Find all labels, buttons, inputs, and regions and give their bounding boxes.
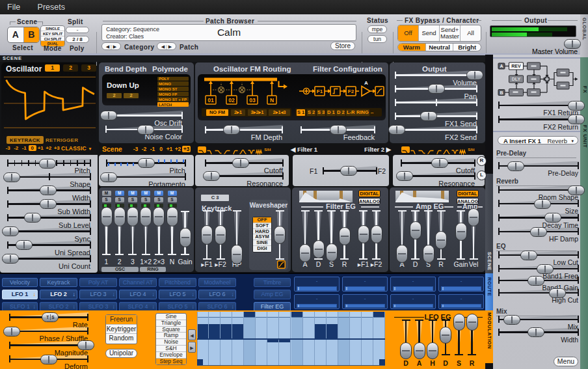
filter-config-s-2[interactable]: S 2 <box>307 109 315 116</box>
mod-arm-arrow-icon[interactable]: ↓ <box>192 290 195 299</box>
lfo-eg-a-1-slider-handle[interactable] <box>414 342 425 359</box>
fx-unit-tab[interactable]: FX UNIT <box>582 125 588 148</box>
mod-channel-at-button[interactable]: Channel AT <box>119 278 157 288</box>
step-trigger-4[interactable] <box>232 312 243 318</box>
filter2-lowpass-ladder-icon[interactable] <box>418 146 426 153</box>
mod-lfo-5-button[interactable]: LFO 5↓ <box>159 290 196 299</box>
keytrack-f2-slider-handle[interactable] <box>215 225 226 245</box>
bend-down-value[interactable]: 2 <box>107 93 122 98</box>
mod-lfo-2-button[interactable]: LFO 2↓ <box>40 290 77 299</box>
sub-width-slider-handle[interactable] <box>40 199 57 209</box>
filter1-bandpass-icon[interactable] <box>239 146 247 153</box>
filter-balance-slider-handle[interactable] <box>340 166 357 176</box>
filter1-lowpass-24-icon[interactable] <box>206 146 215 153</box>
filter2-lowpass-24-icon[interactable] <box>410 146 418 153</box>
macro-value-bar[interactable] <box>393 304 433 308</box>
sync-slider-handle[interactable] <box>2 226 19 236</box>
loop-end-handle[interactable] <box>379 359 385 365</box>
volume-slider-handle[interactable] <box>466 70 483 80</box>
filter-eg-s-2-slider-handle[interactable] <box>326 243 338 262</box>
octave-2[interactable]: -2 <box>12 145 21 151</box>
osc-tab-3[interactable]: 3 <box>81 64 96 72</box>
mix-slider-handle[interactable] <box>503 315 520 325</box>
mixer-level-1-slider-handle[interactable] <box>101 207 113 226</box>
filter-config-s-3[interactable]: S 3 <box>317 109 325 116</box>
rate-slider-handle[interactable]: TS <box>42 312 59 322</box>
fm-routing-diagram[interactable]: 01 02 03 N <box>200 75 291 107</box>
osc-type-selector[interactable]: CLASSIC ▼ <box>61 145 92 152</box>
filter-config-diagram[interactable]: F1 F2 A <box>299 79 384 103</box>
patch-display[interactable]: Category: Sequence Creator: Claes Calm <box>101 24 356 41</box>
mod-slfo-6-button[interactable]: SLFO 6↓ <box>198 302 236 312</box>
mod-amp-eg-button[interactable]: Amp EG <box>254 290 291 299</box>
step-trigger-10[interactable] <box>303 312 314 318</box>
shape-slider-handle[interactable] <box>3 172 20 182</box>
band1-freq-slider-handle[interactable] <box>537 264 554 274</box>
macro-slot-5[interactable]: - <box>294 294 340 309</box>
macro-slot-6[interactable]: - <box>342 294 388 309</box>
fm-route-2-1-3[interactable]: 2▸1◂3 <box>269 109 290 116</box>
fx2-return-slider-handle[interactable] <box>568 115 585 124</box>
macro-value-bar[interactable] <box>345 304 385 308</box>
octave-2[interactable]: +2 <box>45 145 53 151</box>
portamento-slider-handle[interactable] <box>100 172 117 182</box>
global-tab[interactable]: GLOBAL <box>580 14 588 57</box>
macro-value-bar[interactable] <box>345 286 385 291</box>
fx2-send-slider-handle[interactable] <box>388 125 405 135</box>
osc-keytrack-button[interactable]: KEYTRACK <box>7 136 44 144</box>
osc-tab-2[interactable]: 2 <box>63 64 78 72</box>
size-slider-handle[interactable] <box>534 199 551 209</box>
octave-1[interactable]: +1 <box>165 146 174 152</box>
fx-bypass-off[interactable]: Off <box>398 25 419 41</box>
decay-time-slider-handle[interactable] <box>544 213 561 223</box>
lfo-eg-h-2-slider-handle[interactable] <box>427 342 438 359</box>
filter1-notch-icon[interactable] <box>247 146 256 153</box>
mixer-mute-n[interactable]: M <box>168 191 177 196</box>
filter-eg-f1-4-slider-handle[interactable] <box>358 225 369 243</box>
polymode-mono-fp[interactable]: MONO FP <box>157 92 189 96</box>
band1-gain-slider-handle[interactable] <box>528 276 544 286</box>
filter2-lowpass-12-icon[interactable] <box>401 146 410 153</box>
step-trigger-12[interactable] <box>327 312 338 318</box>
mod-arm-arrow-icon[interactable]: ↓ <box>33 290 36 299</box>
mixer-solo-n[interactable]: S <box>168 197 177 202</box>
octave-1[interactable]: -1 <box>148 146 157 152</box>
octave-2[interactable]: +2 <box>174 146 182 152</box>
filter-config-l-r[interactable]: L-R <box>346 109 356 116</box>
mod-lfo-4-button[interactable]: LFO 4↓ <box>119 290 157 299</box>
menu-file[interactable]: File <box>0 0 27 14</box>
mod-arm-arrow-icon[interactable]: ↓ <box>113 290 116 299</box>
filter-eg-a-0-slider-handle[interactable] <box>299 244 311 262</box>
mod-slfo-4-button[interactable]: SLFO 4↓ <box>119 302 157 312</box>
step-trigger-8[interactable] <box>279 312 290 318</box>
octave-0[interactable]: 0 <box>157 146 165 152</box>
phase-shuffle-slider-handle[interactable] <box>3 327 20 336</box>
step-sequencer[interactable] <box>197 312 385 366</box>
mod-slfo-1-button[interactable]: SLFO 1↓ <box>2 302 38 312</box>
filter2-highpass-24-icon[interactable] <box>434 146 442 153</box>
sub-level-slider-handle[interactable] <box>24 213 41 223</box>
mixer-level-1-2-slider-handle[interactable] <box>140 207 152 226</box>
macro-slot-2[interactable]: - <box>342 277 388 292</box>
step-trigger-6[interactable] <box>256 312 267 318</box>
filter-config-s-1[interactable]: S 1 <box>297 109 305 116</box>
mixer-gain-slider-handle[interactable] <box>180 228 191 247</box>
step-trigger-15[interactable] <box>362 312 373 318</box>
lfo-prev-button[interactable]: ◀ <box>188 329 196 340</box>
fx-routing-diagram[interactable]: A B REV DLY <box>497 61 579 98</box>
mode-option-single[interactable]: SINGLE <box>41 26 64 31</box>
macro-value-bar[interactable] <box>297 304 337 308</box>
fx1-send-slider-handle[interactable] <box>420 111 437 121</box>
mod-filter-eg-button[interactable]: Filter EG <box>254 302 291 312</box>
filter-config-x[interactable]: ↔ <box>369 109 375 116</box>
mpe-button[interactable]: mpe <box>368 25 387 33</box>
hf-damp-slider-handle[interactable] <box>530 227 547 237</box>
mod-modwheel-button[interactable]: Modwheel <box>198 278 236 288</box>
noise-color-slider-handle[interactable] <box>137 125 154 135</box>
filter-eg-analog-button[interactable]: ANALOG <box>358 198 381 205</box>
fx-bypass-send-master[interactable]: Send+ Master <box>440 25 461 41</box>
filter-config-d-2[interactable]: D 2 <box>336 109 345 116</box>
mixer-mute-1[interactable]: M <box>102 191 111 196</box>
octave-1[interactable]: -1 <box>20 145 29 151</box>
uni-spread-slider-handle[interactable] <box>16 240 33 250</box>
